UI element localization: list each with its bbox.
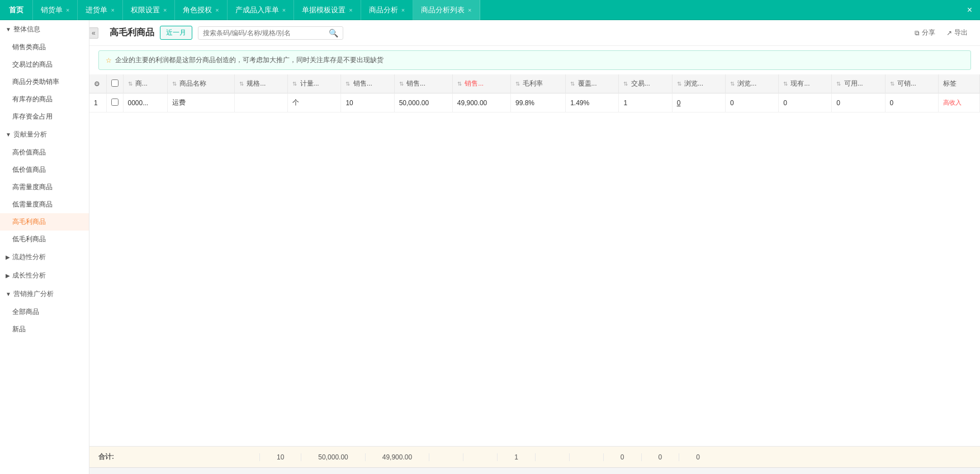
col-sales2[interactable]: ⇅ 销售...: [394, 74, 452, 93]
collapse-sidebar-button[interactable]: «: [89, 27, 98, 39]
table-header-row: ⚙ ⇅ 商... ⇅ 商品名称: [89, 74, 980, 93]
sidebar-item-high-value[interactable]: 高价值商品: [0, 144, 89, 161]
horizontal-scrollbar[interactable]: [89, 467, 980, 474]
cell-available: 0: [832, 93, 885, 112]
cell-unit: 个: [288, 93, 341, 112]
col-checkbox[interactable]: [106, 74, 123, 93]
col-transactions[interactable]: ⇅ 交易...: [619, 74, 672, 93]
cell-spec: [234, 93, 287, 112]
sidebar-item-high-margin[interactable]: 高毛利商品: [0, 213, 89, 231]
col-current-stock[interactable]: ⇅ 现有...: [779, 74, 832, 93]
col-browse1[interactable]: ⇅ 浏览...: [672, 74, 725, 93]
select-all-checkbox[interactable]: [111, 79, 119, 87]
chevron-right-icon: ▶: [6, 254, 10, 260]
chevron-right-icon: ▶: [6, 273, 10, 279]
sort-icon: ⇅: [292, 81, 297, 87]
sort-icon: ⇅: [890, 81, 894, 87]
sidebar-item-category-rate[interactable]: 商品分类助销率: [0, 73, 89, 91]
cell-transactions: 1: [619, 93, 672, 112]
filter-period-button[interactable]: 近一月: [160, 26, 192, 40]
col-settings[interactable]: ⚙: [89, 74, 106, 93]
tab-product-analysis-list[interactable]: 商品分析列表 ×: [413, 0, 480, 20]
col-name[interactable]: ⇅ 商品名称: [167, 74, 234, 93]
footer-cell-coverage: [463, 453, 497, 461]
col-gross-rate[interactable]: ⇅ 毛利率: [511, 74, 566, 93]
col-sales3[interactable]: ⇅ 销售...: [452, 74, 510, 93]
sort-icon: ⇅: [128, 81, 132, 87]
footer-cell-transactions: 1: [497, 453, 535, 461]
tab-home[interactable]: 首页: [0, 0, 33, 20]
sidebar: ▼ 整体信息 销售类商品 交易过的商品 商品分类助销率 有库存的商品 库存资金占…: [0, 20, 89, 474]
sidebar-item-low-value[interactable]: 低价值商品: [0, 161, 89, 179]
row-checkbox[interactable]: [111, 98, 119, 106]
close-icon[interactable]: ×: [66, 7, 69, 13]
table-row: 1 0000... 运费 个 10 50,000.00 49,900.00 99…: [89, 93, 980, 112]
col-tag[interactable]: 标签: [938, 74, 979, 93]
close-all-button[interactable]: ×: [959, 0, 980, 20]
search-input[interactable]: [203, 29, 329, 37]
cell-checkbox[interactable]: [106, 93, 123, 112]
col-coverage[interactable]: ⇅ 覆盖...: [566, 74, 619, 93]
tab-template-settings[interactable]: 单据模板设置 ×: [294, 0, 361, 20]
share-button[interactable]: ⧉ 分享: [911, 26, 939, 39]
close-icon[interactable]: ×: [468, 7, 471, 13]
col-sales1[interactable]: ⇅ 销售...: [341, 74, 394, 93]
info-banner: ☆ 企业的主要的利润都是这部分商品创造的，可考虑加大推广，同时关注库存是不要出现…: [98, 50, 971, 70]
cell-gross-rate: 99.8%: [511, 93, 566, 112]
sort-icon: ⇅: [457, 81, 462, 87]
tab-permissions[interactable]: 权限设置 ×: [123, 0, 175, 20]
close-icon[interactable]: ×: [282, 7, 286, 13]
sidebar-item-low-demand[interactable]: 低需量度商品: [0, 196, 89, 213]
tab-purchase-order[interactable]: 进货单 ×: [78, 0, 122, 20]
sort-icon: ⇅: [836, 81, 841, 87]
cell-sales2: 50,000.00: [394, 93, 452, 112]
content-area: « 高毛利商品 近一月 🔍 ⧉ 分享 ↗ 导出 ☆ 企业的主要的利润都是这部: [89, 20, 980, 474]
cell-index: 1: [89, 93, 106, 112]
sidebar-group-growth[interactable]: ▶ 成长性分析: [0, 266, 89, 285]
cell-browse2: 0: [725, 93, 778, 112]
sidebar-group-marketing[interactable]: ▼ 营销推广分析: [0, 285, 89, 303]
data-table-container[interactable]: ⚙ ⇅ 商... ⇅ 商品名称: [89, 74, 980, 446]
col-available[interactable]: ⇅ 可用...: [832, 74, 885, 93]
cell-tag: 高收入: [938, 93, 979, 112]
sidebar-item-new-goods[interactable]: 新品: [0, 321, 89, 338]
footer-cell-sales3: 49,900.00: [365, 453, 429, 461]
sidebar-item-sales-goods[interactable]: 销售类商品: [0, 39, 89, 56]
col-unit[interactable]: ⇅ 计量...: [288, 74, 341, 93]
close-icon[interactable]: ×: [111, 7, 114, 13]
sidebar-group-overall[interactable]: ▼ 整体信息: [0, 20, 89, 39]
export-button[interactable]: ↗ 导出: [943, 26, 971, 39]
close-icon[interactable]: ×: [349, 7, 352, 13]
col-spec[interactable]: ⇅ 规格...: [234, 74, 287, 93]
info-icon: ☆: [106, 57, 112, 64]
tab-role-auth[interactable]: 角色授权 ×: [175, 0, 227, 20]
search-box[interactable]: 🔍: [198, 26, 343, 40]
share-icon: ⧉: [915, 29, 920, 37]
tab-sales-order[interactable]: 销货单 ×: [33, 0, 78, 20]
sidebar-item-traded-goods[interactable]: 交易过的商品: [0, 56, 89, 73]
sidebar-item-all-goods[interactable]: 全部商品: [0, 303, 89, 321]
cell-sales1: 10: [341, 93, 394, 112]
tab-product-inbound[interactable]: 产成品入库单 ×: [228, 0, 294, 20]
search-icon: 🔍: [329, 29, 338, 37]
col-sellable[interactable]: ⇅ 可销...: [885, 74, 938, 93]
sidebar-item-low-margin[interactable]: 低毛利商品: [0, 231, 89, 248]
sidebar-group-contribution[interactable]: ▼ 贡献量分析: [0, 125, 89, 144]
close-icon[interactable]: ×: [401, 7, 405, 13]
tab-product-analysis[interactable]: 商品分析 ×: [361, 0, 413, 20]
close-icon[interactable]: ×: [163, 7, 167, 13]
col-code[interactable]: ⇅ 商...: [123, 74, 167, 93]
footer-totals: 合计: 10 50,000.00 49,900.00 1 0 0 0: [89, 446, 980, 467]
close-icon[interactable]: ×: [215, 7, 219, 13]
footer-cell-sales1: 10: [259, 453, 301, 461]
sidebar-item-instock-goods[interactable]: 有库存的商品: [0, 91, 89, 108]
sort-icon: ⇅: [623, 81, 628, 87]
sidebar-item-stock-fund[interactable]: 库存资金占用: [0, 108, 89, 125]
total-label: 合计:: [98, 452, 114, 462]
sort-icon: ⇅: [730, 81, 735, 87]
cell-code[interactable]: 0000...: [123, 93, 167, 112]
sidebar-item-high-demand[interactable]: 高需量度商品: [0, 179, 89, 196]
sidebar-group-trend[interactable]: ▶ 流趋性分析: [0, 248, 89, 266]
cell-browse1[interactable]: 0: [672, 93, 725, 112]
col-browse2[interactable]: ⇅ 浏览...: [725, 74, 778, 93]
